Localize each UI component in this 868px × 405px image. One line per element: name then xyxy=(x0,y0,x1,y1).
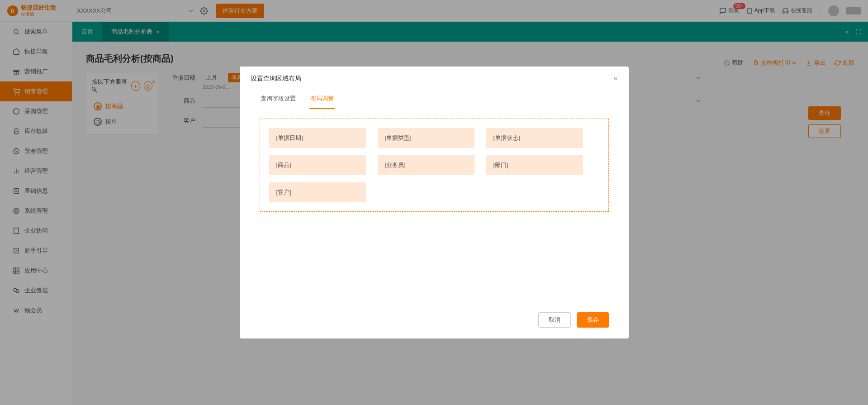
modal-tab-fields[interactable]: 查询字段设置 xyxy=(260,91,297,109)
layout-chip-product[interactable]: [商品] xyxy=(269,155,366,175)
modal-close-icon[interactable]: × xyxy=(613,75,617,83)
layout-chip-dept[interactable]: [部门] xyxy=(486,155,583,175)
layout-drop-zone[interactable]: [单据日期] [单据类型] [单据状态] [商品] [业务员] [部门] [客户… xyxy=(260,119,609,212)
layout-chip-salesperson[interactable]: [业务员] xyxy=(378,155,474,175)
layout-chip-customer[interactable]: [客户] xyxy=(269,182,366,202)
modal-title: 设置查询区域布局 xyxy=(251,75,301,83)
layout-chip-date[interactable]: [单据日期] xyxy=(269,128,366,148)
modal-tab-layout[interactable]: 布局调整 xyxy=(309,91,335,109)
layout-chip-status[interactable]: [单据状态] xyxy=(486,128,583,148)
cancel-button[interactable]: 取消 xyxy=(538,312,571,328)
layout-chip-type[interactable]: [单据类型] xyxy=(378,128,474,148)
modal-overlay: 设置查询区域布局 × 查询字段设置 布局调整 [单据日期] [单据类型] [单据… xyxy=(0,0,868,405)
layout-settings-modal: 设置查询区域布局 × 查询字段设置 布局调整 [单据日期] [单据类型] [单据… xyxy=(240,67,629,338)
save-button[interactable]: 保存 xyxy=(577,312,609,328)
